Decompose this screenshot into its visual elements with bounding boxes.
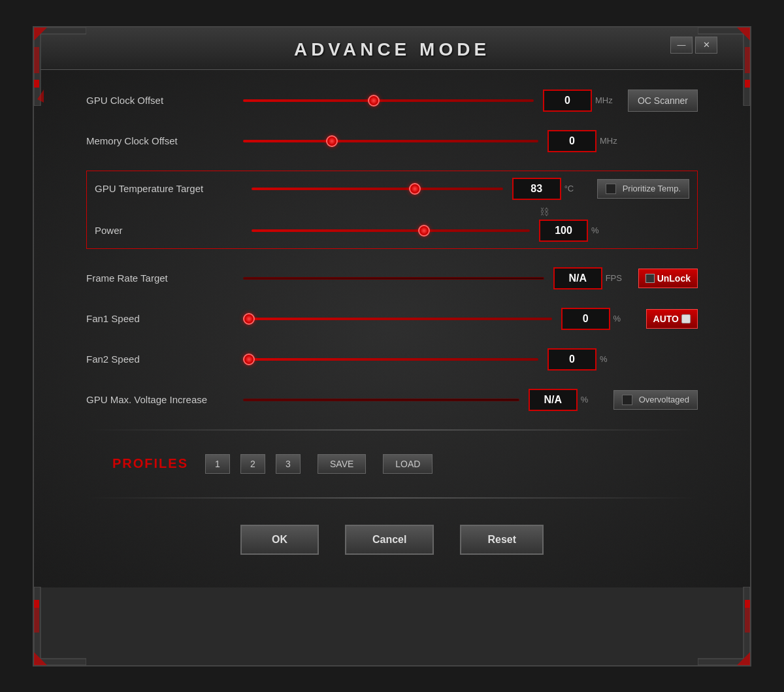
bottom-buttons-section: OK Cancel Reset <box>86 512 698 574</box>
memory-clock-offset-unit: MHz <box>600 136 626 146</box>
gpu-temp-target-thumb[interactable] <box>409 183 421 195</box>
gpu-max-voltage-value[interactable]: N/A <box>529 389 578 411</box>
gpu-clock-offset-value[interactable]: 0 <box>543 90 592 112</box>
fan1-speed-slider[interactable] <box>243 312 552 325</box>
prioritize-temp-button[interactable]: Prioritize Temp. <box>597 179 689 199</box>
frame-rate-target-slider[interactable] <box>243 272 544 285</box>
memory-clock-offset-thumb[interactable] <box>326 135 338 147</box>
gpu-max-voltage-row: GPU Max. Voltage Increase N/A % Overvolt… <box>86 389 698 411</box>
gpu-clock-offset-unit: MHz <box>595 95 621 105</box>
corner-decoration-tl <box>34 27 86 106</box>
title-bar: ADVANCE MODE — ✕ <box>34 27 750 70</box>
fan2-speed-value[interactable]: 0 <box>547 348 596 371</box>
frame-rate-target-unit: FPS <box>606 273 632 283</box>
load-button[interactable]: LOAD <box>383 454 433 474</box>
fan2-speed-unit: % <box>600 354 626 364</box>
frame-rate-target-label: Frame Rate Target <box>86 272 243 284</box>
cancel-button[interactable]: Cancel <box>345 525 434 555</box>
fan1-speed-row: Fan1 Speed 0 % AUTO <box>86 308 698 330</box>
fan1-speed-thumb[interactable] <box>243 313 255 325</box>
profile-1-button[interactable]: 1 <box>205 454 230 474</box>
svg-rect-11 <box>34 600 39 608</box>
svg-rect-15 <box>745 600 750 608</box>
frame-rate-target-row: Frame Rate Target N/A FPS UnLock <box>86 267 698 289</box>
power-row: Power 100 % <box>95 220 689 242</box>
corner-decoration-bl <box>34 587 86 665</box>
memory-clock-offset-value[interactable]: 0 <box>547 130 596 152</box>
power-value[interactable]: 100 <box>539 220 588 242</box>
gpu-clock-offset-thumb[interactable] <box>368 95 380 107</box>
profile-3-button[interactable]: 3 <box>276 454 301 474</box>
main-divider <box>86 429 698 431</box>
gpu-max-voltage-label: GPU Max. Voltage Increase <box>86 394 243 405</box>
window-title: ADVANCE MODE <box>294 39 490 59</box>
gpu-clock-offset-track <box>243 99 534 102</box>
overvoltaged-button[interactable]: Overvoltaged <box>613 390 698 410</box>
save-button[interactable]: SAVE <box>318 454 366 474</box>
unlock-label: UnLock <box>657 273 691 284</box>
memory-clock-offset-track <box>243 140 538 142</box>
power-track <box>252 229 530 232</box>
gpu-temp-target-value[interactable]: 83 <box>512 178 561 200</box>
auto-button[interactable]: AUTO <box>646 309 698 329</box>
profiles-section: PROFILES 1 2 3 SAVE LOAD <box>86 444 698 484</box>
memory-clock-offset-slider[interactable] <box>243 135 538 148</box>
gpu-temp-target-label: GPU Temperature Target <box>95 183 252 194</box>
power-slider[interactable] <box>252 224 530 237</box>
link-chain-icon: ⛓ <box>540 206 549 217</box>
frame-rate-target-value[interactable]: N/A <box>553 267 602 289</box>
prioritize-temp-label: Prioritize Temp. <box>623 184 681 193</box>
svg-rect-7 <box>745 47 750 73</box>
grouped-temp-power: GPU Temperature Target 83 °C Prioritize … <box>86 171 698 249</box>
main-window: ADVANCE MODE — ✕ GPU Clock Offset 0 MHz … <box>33 26 751 667</box>
main-content: GPU Clock Offset 0 MHz OC Scanner Memory… <box>34 70 750 587</box>
svg-rect-14 <box>745 606 750 633</box>
fan1-speed-value[interactable]: 0 <box>561 308 610 330</box>
oc-scanner-button[interactable]: OC Scanner <box>628 90 698 112</box>
profiles-label: PROFILES <box>112 456 188 471</box>
gpu-clock-offset-label: GPU Clock Offset <box>86 95 243 106</box>
power-thumb[interactable] <box>418 225 430 237</box>
fan1-speed-unit: % <box>613 314 640 323</box>
corner-decoration-br <box>698 587 750 665</box>
prioritize-temp-checkbox[interactable] <box>606 184 616 194</box>
auto-checkbox <box>681 314 691 323</box>
memory-clock-offset-label: Memory Clock Offset <box>86 135 243 146</box>
gpu-max-voltage-unit: % <box>581 395 607 404</box>
gpu-temp-target-slider[interactable] <box>252 182 503 195</box>
gpu-temp-target-row: GPU Temperature Target 83 °C Prioritize … <box>95 178 689 200</box>
ok-button[interactable]: OK <box>240 525 319 555</box>
svg-marker-5 <box>698 27 750 106</box>
fan1-speed-track <box>243 318 552 320</box>
power-label: Power <box>95 225 252 236</box>
minimize-button[interactable]: — <box>670 37 693 54</box>
svg-marker-13 <box>698 587 750 665</box>
gpu-temp-target-track <box>252 188 503 190</box>
svg-rect-8 <box>745 80 750 88</box>
fan2-speed-label: Fan2 Speed <box>86 354 243 365</box>
reset-button[interactable]: Reset <box>460 525 544 555</box>
overvoltaged-checkbox[interactable] <box>622 395 632 405</box>
fan2-speed-track <box>243 358 538 361</box>
svg-rect-3 <box>34 80 39 88</box>
gpu-temp-target-unit: °C <box>564 184 591 193</box>
overvoltaged-label: Overvoltaged <box>639 395 689 404</box>
auto-label: AUTO <box>653 314 679 324</box>
svg-marker-9 <box>34 587 86 665</box>
gpu-clock-offset-slider[interactable] <box>243 94 534 107</box>
profile-2-button[interactable]: 2 <box>240 454 265 474</box>
fan2-speed-thumb[interactable] <box>243 354 255 365</box>
bottom-divider <box>86 497 698 499</box>
power-unit: % <box>591 225 617 235</box>
gpu-clock-offset-row: GPU Clock Offset 0 MHz OC Scanner <box>86 90 698 112</box>
frame-rate-target-track <box>243 277 544 280</box>
unlock-button[interactable]: UnLock <box>638 269 698 288</box>
memory-clock-offset-row: Memory Clock Offset 0 MHz <box>86 130 698 152</box>
fan2-speed-slider[interactable] <box>243 353 538 366</box>
gpu-max-voltage-slider[interactable] <box>243 393 519 406</box>
corner-decoration-tr <box>698 27 750 106</box>
unlock-checkbox <box>645 274 655 283</box>
svg-rect-10 <box>34 606 39 633</box>
svg-rect-2 <box>34 47 39 73</box>
fan2-speed-row: Fan2 Speed 0 % <box>86 348 698 371</box>
